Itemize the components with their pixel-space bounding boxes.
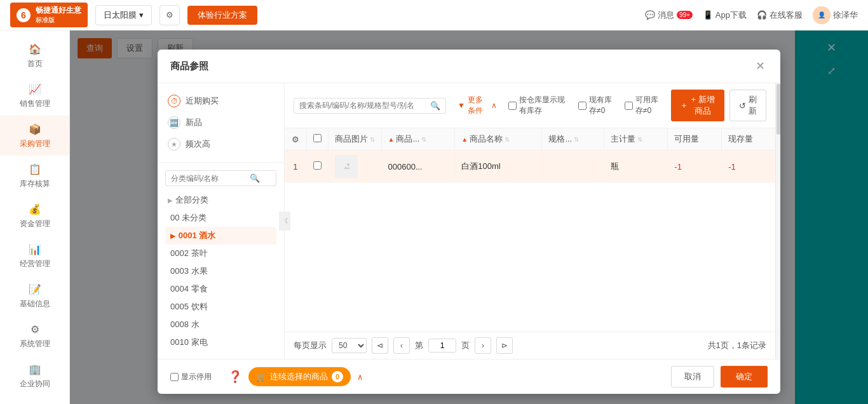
- quick-access-section: ⏱ 近期购买 🆕 新品 ★ 频次高: [158, 88, 284, 157]
- category-item-0003[interactable]: 0003 水果: [165, 262, 276, 280]
- category-item-0004[interactable]: 0004 零食: [165, 280, 276, 298]
- home-icon: 🏠: [28, 42, 42, 56]
- help-icon[interactable]: ❓: [228, 370, 242, 384]
- sort-icon-unit: ⇅: [637, 136, 642, 143]
- filter-icon: ▼: [458, 101, 465, 110]
- page-size-select[interactable]: 50 100 200: [332, 338, 367, 353]
- sidebar-item-system[interactable]: ⚙ 系统管理: [0, 316, 69, 356]
- first-page-button[interactable]: ⊲: [372, 337, 388, 354]
- chevron-up-icon[interactable]: ∧: [357, 372, 363, 382]
- message-item[interactable]: 💬 消息 99+: [645, 10, 693, 21]
- checkbox-usable[interactable]: [625, 102, 633, 110]
- quick-new-products[interactable]: 🆕 新品: [163, 112, 279, 133]
- search-product-input[interactable]: [299, 101, 426, 110]
- show-disabled-label[interactable]: 显示停用: [170, 372, 212, 382]
- quick-high-frequency[interactable]: ★ 频次高: [163, 134, 279, 154]
- nav-dropdown[interactable]: 日太阳膜 ▾: [95, 5, 152, 25]
- modal-close-button[interactable]: ✕: [752, 58, 768, 74]
- trial-button[interactable]: 体验行业方案: [187, 6, 257, 25]
- gear-button[interactable]: ⚙: [159, 5, 180, 25]
- modal-header: 商品参照 ✕: [158, 50, 780, 83]
- next-page-button[interactable]: ›: [475, 337, 491, 354]
- sort-icon-name: ⇅: [505, 136, 510, 143]
- cell-checkbox[interactable]: [306, 151, 328, 183]
- category-section: ▶ 全部分类 00 未分类 ▶ 0001 酒水 0002: [158, 189, 284, 354]
- confirm-button[interactable]: 确定: [721, 366, 768, 387]
- sidebar-item-guide[interactable]: 🆕 新手引导: [0, 396, 69, 404]
- sidebar-item-home[interactable]: 🏠 首页: [0, 36, 69, 76]
- left-panel: ⏱ 近期购买 🆕 新品 ★ 频次高: [158, 83, 285, 359]
- filter-chevron-icon: ∧: [491, 101, 497, 110]
- add-product-button[interactable]: ＋ + 新增商品: [671, 90, 724, 121]
- category-item-0001[interactable]: ▶ 0001 酒水: [165, 227, 276, 245]
- sidebar-item-operation[interactable]: 📊 经营管理: [0, 236, 69, 276]
- cell-seq: 1: [285, 151, 306, 183]
- avatar: 👤: [813, 6, 831, 24]
- right-panel: 🔍 ▼ 更多条件 ∧ 按仓库显示现有库存: [285, 83, 775, 359]
- user-item[interactable]: 👤 徐泽华: [813, 6, 858, 24]
- sidebar-item-basic[interactable]: 📝 基础信息: [0, 276, 69, 316]
- checkbox-inventory-label[interactable]: 按仓库显示现有库存: [508, 95, 572, 116]
- app-name: 畅捷通好生意: [36, 5, 81, 16]
- cart-icon: 🛒: [256, 372, 266, 382]
- enterprise-icon: 🏢: [28, 362, 42, 376]
- sidebar-item-finance[interactable]: 💰 资金管理: [0, 196, 69, 236]
- category-item-0010[interactable]: 0010 家电: [165, 333, 276, 351]
- checkbox-inventory[interactable]: [508, 102, 517, 110]
- cell-spec: [542, 151, 604, 183]
- online-service-item[interactable]: 🎧 在线客服: [757, 10, 803, 21]
- top-nav: 6 畅捷通好生意 标准版 日太阳膜 ▾ ⚙ 体验行业方案 💬 消息 99+ 📱 …: [0, 0, 868, 30]
- category-search-input[interactable]: [171, 174, 247, 183]
- th-settings[interactable]: ⚙: [285, 128, 306, 151]
- sort-arrow-name: ▲: [461, 136, 468, 143]
- th-checkbox[interactable]: [306, 128, 328, 151]
- category-item-0005[interactable]: 0005 饮料: [165, 298, 276, 316]
- modal-scrollbar[interactable]: [775, 83, 780, 359]
- category-item-0002[interactable]: 0002 茶叶: [165, 245, 276, 262]
- product-table: ⚙ 商品图片 ⇅: [285, 128, 775, 183]
- category-search-box[interactable]: 🔍: [165, 170, 276, 186]
- checkbox-available[interactable]: [578, 102, 587, 110]
- cancel-button[interactable]: 取消: [671, 366, 714, 387]
- refresh-button[interactable]: ↺ 刷新: [729, 90, 767, 121]
- select-all-checkbox[interactable]: [313, 134, 322, 142]
- page-number-input[interactable]: [428, 339, 456, 353]
- category-item-00[interactable]: 00 未分类: [165, 209, 276, 227]
- filter-button[interactable]: ▼ 更多条件 ∧: [452, 92, 502, 119]
- prev-page-button[interactable]: ‹: [393, 337, 410, 354]
- show-disabled-checkbox[interactable]: [170, 373, 179, 381]
- app-download-item[interactable]: 📱 App下载: [703, 10, 747, 21]
- sidebar-item-inventory[interactable]: 📋 库存核算: [0, 156, 69, 196]
- headset-icon: 🎧: [757, 10, 767, 20]
- cell-stock: -1: [722, 151, 775, 183]
- mobile-icon: 📱: [703, 10, 713, 20]
- triangle-icon: ▶: [168, 197, 173, 204]
- th-unit: 主计量 ⇅: [604, 128, 668, 151]
- cart-button[interactable]: 🛒 连续选择的商品 0: [248, 367, 351, 386]
- cell-code: 000600...: [381, 151, 455, 183]
- app-sub: 标准版: [36, 16, 81, 25]
- checkbox-usable-label[interactable]: 可用库存≠0: [625, 95, 665, 116]
- search-small-icon: 🔍: [250, 173, 260, 183]
- checkbox-available-label[interactable]: 现有库存≠0: [578, 95, 618, 116]
- category-all[interactable]: ▶ 全部分类: [165, 191, 276, 209]
- scroll-thumb[interactable]: [776, 84, 780, 135]
- sort-arrow-code: ▲: [388, 136, 395, 143]
- sidebar-item-sales[interactable]: 📈 销售管理: [0, 76, 69, 116]
- category-item-0008[interactable]: 0008 水: [165, 316, 276, 333]
- cell-unit: 瓶: [604, 151, 668, 183]
- quick-recent-purchase[interactable]: ⏱ 近期购买: [163, 91, 279, 111]
- row-checkbox[interactable]: [313, 161, 322, 170]
- nav-right: 💬 消息 99+ 📱 App下载 🎧 在线客服 👤 徐泽华: [645, 6, 858, 24]
- table-row[interactable]: 1: [285, 151, 775, 183]
- pagination: 每页显示 50 100 200 ⊲ ‹ 第 页 ›: [285, 332, 775, 359]
- sidebar-item-enterprise[interactable]: 🏢 企业协同: [0, 356, 69, 396]
- sidebar-item-purchase[interactable]: 📦 采购管理: [0, 116, 69, 156]
- modal-title: 商品参照: [170, 60, 208, 72]
- cart-count: 0: [332, 371, 343, 382]
- search-input-box[interactable]: 🔍: [294, 98, 446, 114]
- divider: [158, 162, 284, 163]
- chevron-down-icon: ▾: [139, 10, 144, 20]
- last-page-button[interactable]: ⊳: [496, 337, 513, 354]
- table-body: 1: [285, 151, 775, 183]
